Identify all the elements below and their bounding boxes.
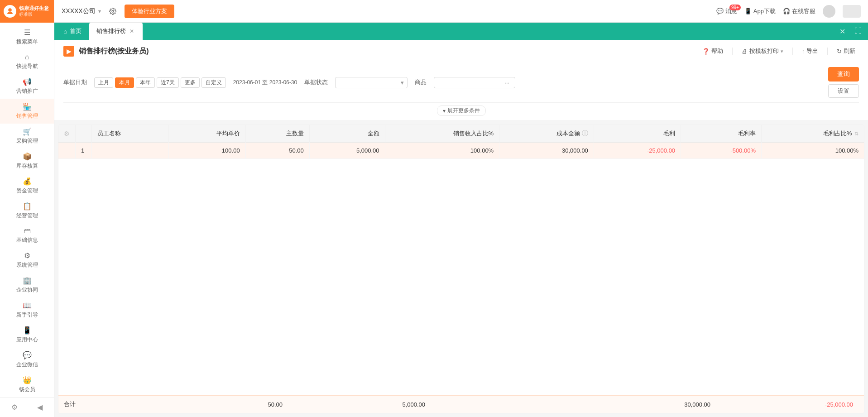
sort-icon[interactable]: ⇅ — [854, 131, 858, 136]
filter-row: 单据日期 上月 本月 本年 近7天 更多 自定义 2023-06-01 至 20… — [63, 62, 859, 102]
app-download-btn[interactable]: 📱 App下载 — [744, 7, 776, 15]
query-button[interactable]: 查询 — [828, 67, 859, 81]
tab-expand-icon[interactable]: ⛶ — [852, 26, 864, 36]
sidebar-item-search-order[interactable]: ☰ 搜索菜单 — [0, 24, 54, 49]
page-actions: ❓ 帮助 🖨 按模板打印 ▾ ↑ 导出 — [699, 45, 859, 57]
sidebar-collapse-btn[interactable]: ◀ — [35, 401, 44, 413]
col-rank — [76, 125, 92, 143]
footer-empty-pct — [431, 401, 573, 408]
settings-button[interactable]: 设置 — [828, 84, 859, 98]
sidebar-footer: ⚙ ◀ — [0, 397, 54, 417]
company-selector[interactable]: XXXXX公司 ▾ — [62, 7, 101, 15]
sidebar-item-operations[interactable]: 📋 经营管理 — [0, 198, 54, 223]
sidebar-item-quick-nav[interactable]: ⌂ 快捷导航 — [0, 49, 54, 74]
sidebar-item-inventory[interactable]: 📦 库存核算 — [0, 149, 54, 173]
header-settings-btn[interactable] — [106, 5, 119, 18]
col-quantity: 主数量 — [245, 125, 309, 143]
operations-icon: 📋 — [23, 202, 32, 211]
status-select[interactable] — [335, 77, 408, 88]
date-btn-prev-month[interactable]: 上月 — [94, 77, 113, 88]
refresh-btn[interactable]: ↻ 刷新 — [833, 45, 859, 57]
sidebar-item-guide[interactable]: 📖 新手引导 — [0, 297, 54, 322]
help-label: 帮助 — [711, 47, 723, 55]
sidebar-item-apps[interactable]: 📱 应用中心 — [0, 322, 54, 347]
refresh-label: 刷新 — [844, 47, 855, 55]
expand-chevron-icon: ▾ — [443, 108, 446, 114]
footer-quantity: 50.00 — [145, 401, 288, 408]
date-btn-current-month[interactable]: 本月 — [115, 77, 134, 88]
col-profit-rate: 毛利率 — [681, 125, 762, 143]
sidebar-item-label: 搜索菜单 — [16, 38, 38, 46]
tab-window-close-icon[interactable]: ✕ — [837, 26, 848, 37]
sidebar-item-marketing[interactable]: 📢 营销推广 — [0, 74, 54, 99]
col-profit: 毛利 — [594, 125, 681, 143]
sidebar-item-wechat[interactable]: 💬 企业微信 — [0, 347, 54, 372]
date-btn-current-year[interactable]: 本年 — [136, 77, 155, 88]
cell-profit-rate: -500.00% — [681, 143, 762, 159]
expand-conditions-btn[interactable]: ▾ 展开更多条件 — [437, 105, 486, 116]
basics-icon: 🗃 — [24, 227, 31, 235]
column-settings-icon[interactable]: ⚙ — [64, 130, 70, 137]
online-service-btn[interactable]: 🎧 在线客服 — [783, 7, 815, 15]
sidebar-settings-btn[interactable]: ⚙ — [10, 401, 19, 413]
sidebar-item-label: 基础信息 — [16, 236, 38, 244]
footer-amount: 5,000.00 — [288, 401, 431, 408]
sidebar-item-basics[interactable]: 🗃 基础信息 — [0, 223, 54, 248]
goods-filter-input[interactable]: ··· — [434, 77, 515, 88]
guide-icon: 📖 — [23, 301, 32, 310]
logo-icon — [4, 5, 16, 18]
query-btn-area: 查询 设置 — [828, 67, 859, 98]
user-avatar[interactable] — [823, 5, 835, 18]
expand-conditions-label: 展开更多条件 — [447, 107, 480, 115]
sidebar-item-label: 库存核算 — [16, 162, 38, 170]
sidebar-item-purchase[interactable]: 🛒 采购管理 — [0, 124, 54, 149]
company-name: XXXXX公司 — [62, 7, 96, 15]
print-icon: 🖨 — [742, 48, 748, 55]
cost-help-icon[interactable]: ⓘ — [582, 129, 588, 137]
sidebar-item-member[interactable]: 👑 畅会员 — [0, 372, 54, 397]
footer-profit: -25,000.00 — [716, 401, 858, 408]
trial-button[interactable]: 体验行业方案 — [125, 5, 174, 18]
date-btn-custom[interactable]: 自定义 — [201, 77, 226, 88]
message-icon: 💬 — [716, 8, 724, 14]
sidebar-nav: ☰ 搜索菜单 ⌂ 快捷导航 📢 营销推广 🏪 销售管理 🛒 采购管理 📦 库存核… — [0, 23, 54, 397]
goods-dots[interactable]: ··· — [503, 79, 511, 86]
sidebar-item-label: 快捷导航 — [16, 62, 38, 70]
home-icon: ⌂ — [63, 28, 67, 35]
sidebar-item-finance[interactable]: 💰 资金管理 — [0, 173, 54, 198]
export-btn[interactable]: ↑ 导出 — [798, 45, 822, 57]
help-btn[interactable]: ❓ 帮助 — [699, 45, 727, 57]
sidebar: 畅康通好生意 标准版 ☰ 搜索菜单 ⌂ 快捷导航 📢 营销推广 🏪 销售管理 🛒… — [0, 0, 54, 417]
sidebar-item-label: 资金管理 — [16, 187, 38, 195]
divider3 — [827, 48, 828, 55]
tab-home-label: 首页 — [70, 27, 82, 35]
tab-sales-rank[interactable]: 销售排行榜 ✕ — [89, 23, 143, 40]
message-btn[interactable]: 💬 消息 99+ — [716, 7, 737, 15]
tab-home[interactable]: ⌂ 首页 — [56, 23, 89, 40]
sidebar-item-sales[interactable]: 🏪 销售管理 — [0, 99, 54, 124]
page-content: ▶ 销售排行榜(按业务员) ❓ 帮助 🖨 按模板打印 ▾ — [54, 40, 868, 417]
cell-sales-pct: 100.00% — [385, 143, 499, 159]
sidebar-item-system[interactable]: ⚙ 系统管理 — [0, 248, 54, 273]
expand-arrow-btn[interactable]: ▶ — [63, 46, 74, 57]
inventory-icon: 📦 — [23, 152, 32, 161]
date-range-text: 2023-06-01 至 2023-06-30 — [233, 79, 297, 86]
expand-row: ▾ 展开更多条件 — [63, 102, 859, 120]
sidebar-logo: 畅康通好生意 标准版 — [0, 0, 54, 23]
date-btn-last-7-days[interactable]: 近7天 — [157, 77, 179, 88]
logo-line2: 标准版 — [19, 12, 49, 17]
status-select-wrapper — [335, 77, 408, 88]
sidebar-item-enterprise[interactable]: 🏢 企业协同 — [0, 273, 54, 297]
col-profit-pct: 毛利占比% ⇅ — [761, 125, 864, 143]
date-btn-more[interactable]: 更多 — [181, 77, 200, 88]
print-chevron-icon: ▾ — [781, 48, 783, 54]
sidebar-item-label: 企业微信 — [16, 361, 38, 369]
tab-close-icon[interactable]: ✕ — [129, 28, 135, 34]
company-chevron-icon: ▾ — [98, 8, 101, 14]
template-print-btn[interactable]: 🖨 按模板打印 ▾ — [738, 45, 787, 57]
col-sales-pct: 销售收入占比% — [385, 125, 499, 143]
svg-point-0 — [8, 8, 12, 12]
sidebar-item-label: 营销推广 — [16, 87, 38, 95]
export-label: 导出 — [806, 47, 818, 55]
page-header: ▶ 销售排行榜(按业务员) ❓ 帮助 🖨 按模板打印 ▾ — [54, 40, 868, 121]
